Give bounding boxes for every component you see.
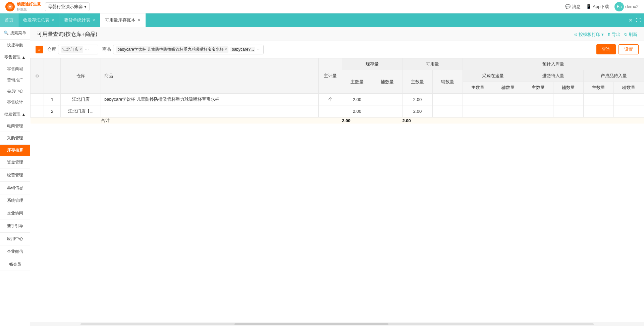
row1-warehouse: 江北门店 <box>61 94 101 105</box>
expand-icon[interactable]: ⛶ <box>636 17 641 23</box>
close-icon[interactable]: ✕ <box>138 18 141 22</box>
close-icon[interactable]: ✕ <box>51 18 54 22</box>
app-download-button[interactable]: 📱 App下载 <box>586 4 609 10</box>
total-incoming-aux <box>553 117 584 124</box>
sidebar: 🔍 搜索菜单 快捷导航 零售管理 ▲ 零售商城 营销推广 会员中心 零售统计 <box>0 27 30 326</box>
row1-unit: 个 <box>319 94 342 105</box>
settings-button[interactable]: 设置 <box>619 44 639 54</box>
bottom-scrollbar[interactable] <box>30 322 644 326</box>
sidebar-section-wholesale: 批发管理 ▲ 电商管理 <box>0 108 30 132</box>
col-stock-group-header: 现存量 <box>342 58 402 70</box>
sidebar-retail-title[interactable]: 零售管理 ▲ <box>0 51 30 63</box>
row1-purchase-aux <box>493 94 523 105</box>
page-title: 可用量查询(按仓库+商品) <box>37 31 97 38</box>
tab-shoufacun[interactable]: 收发存汇总表 ✕ <box>18 13 59 27</box>
col-incoming-group-header: 进货待入量 <box>523 70 584 82</box>
product-tag-1-remove[interactable]: × <box>225 47 227 52</box>
tenant-selector[interactable]: 母婴行业演示账套 ▾ <box>45 2 90 11</box>
sidebar-operations-title[interactable]: 经营管理 <box>0 169 30 181</box>
tab-actions: ✕ ⛶ <box>625 13 644 27</box>
total-production-aux <box>614 117 644 124</box>
sidebar-item-ecommerce[interactable]: 电商管理 <box>0 121 30 132</box>
table-row: 2 江北门店【... 2.00 2.00 <box>31 105 644 118</box>
col-stock-aux-header: 辅数量 <box>372 70 402 94</box>
warehouse-tag-remove[interactable]: × <box>79 47 82 52</box>
scroll-thumb[interactable] <box>234 323 388 325</box>
logo-icon <box>5 2 15 11</box>
nav-tabs: 首页 收发存汇总表 ✕ 要货单统计表 ✕ 可用量库存账本 ✕ ✕ ⛶ <box>0 13 644 27</box>
sidebar-quick-nav[interactable]: 快捷导航 <box>0 40 30 51</box>
retail-title-label: 零售管理 <box>4 54 20 60</box>
total-no <box>44 117 61 124</box>
message-button[interactable]: 💬 消息 <box>565 4 581 10</box>
sidebar-weixin-title[interactable]: 企业微信 <box>0 245 30 258</box>
weixin-title-label: 企业微信 <box>7 249 23 254</box>
row1-incoming-main <box>523 94 553 105</box>
sidebar-item-retail-stats[interactable]: 零售统计 <box>0 97 30 108</box>
sidebar-apps-title[interactable]: 应用中心 <box>0 233 30 245</box>
tab-keyongliang[interactable]: 可用量库存账本 ✕ <box>100 13 146 27</box>
sidebar-inventory-title[interactable]: 库存核算 <box>0 145 30 156</box>
total-stock-main: 2.00 <box>342 117 372 124</box>
arrow-icon: ▲ <box>22 112 26 117</box>
basics-title-label: 基础信息 <box>7 185 23 191</box>
warehouse-filter-input[interactable]: 江北门店 × ··· <box>58 45 98 54</box>
top-bar: 畅捷通好生意 标准版 母婴行业演示账套 ▾ 💬 消息 📱 App下载 Ea de… <box>0 0 644 13</box>
sidebar-purchase-title[interactable]: 采购管理 <box>0 132 30 144</box>
sidebar-item-marketing[interactable]: 营销推广 <box>0 75 30 86</box>
product-filter-label: 商品 <box>102 46 111 52</box>
export-label: 导出 <box>612 32 621 38</box>
sidebar-collab-title[interactable]: 企业协同 <box>0 207 30 220</box>
sidebar-section-basics: 基础信息 <box>0 182 30 194</box>
product-filter-group: 商品 babycare学饮杯 儿童防摔防撞吸管杯重力球吸嘴杯宝宝水杯 × bab… <box>102 45 264 54</box>
close-all-icon[interactable]: ✕ <box>629 17 633 23</box>
col-no-header <box>44 58 61 94</box>
export-button[interactable]: ⬆ 导出 <box>607 32 621 38</box>
phone-icon: 📱 <box>586 4 591 9</box>
row2-incoming-main <box>523 105 553 118</box>
avatar: Ea <box>614 2 624 11</box>
apps-title-label: 应用中心 <box>7 236 23 242</box>
total-stock-aux <box>372 117 402 124</box>
sidebar-wholesale-title[interactable]: 批发管理 ▲ <box>0 108 30 121</box>
row2-purchase-aux <box>493 105 523 118</box>
app-download-label: App下载 <box>593 4 609 10</box>
close-icon[interactable]: ✕ <box>92 18 95 22</box>
col-unit-header: 主计量 <box>319 58 342 94</box>
tab-keyongliang-label: 可用量库存账本 <box>105 17 136 23</box>
query-button[interactable]: 查询 <box>596 44 616 54</box>
product-filter-input[interactable]: babycare学饮杯 儿童防摔防撞吸管杯重力球吸嘴杯宝宝水杯 × babyca… <box>113 45 264 54</box>
print-button[interactable]: 🖨 按模板打印 ▾ <box>573 32 604 38</box>
logo-area: 畅捷通好生意 标准版 <box>5 1 41 12</box>
sidebar-section-member: 畅会员 <box>0 258 30 271</box>
col-purchase-main-header: 主数量 <box>463 82 493 94</box>
operations-title-label: 经营管理 <box>7 172 23 178</box>
tab-shoufacun-label: 收发存汇总表 <box>23 17 49 23</box>
tab-yaohuo[interactable]: 要货单统计表 ✕ <box>59 13 100 27</box>
refresh-button[interactable]: ↻ 刷新 <box>624 32 637 38</box>
sidebar-basics-title[interactable]: 基础信息 <box>0 182 30 194</box>
tab-yaohuo-label: 要货单统计表 <box>64 17 90 23</box>
sidebar-item-members[interactable]: 会员中心 <box>0 86 30 97</box>
sidebar-finance-title[interactable]: 资金管理 <box>0 156 30 169</box>
sidebar-system-title[interactable]: 系统管理 <box>0 194 30 207</box>
user-avatar-area[interactable]: Ea demo2 <box>614 2 639 11</box>
row2-available-main: 2.00 <box>402 105 433 118</box>
filter-expand-button[interactable]: » <box>36 46 43 53</box>
sidebar-newbie-title[interactable]: 新手引导 <box>0 220 30 232</box>
row1-product: babycare学饮杯 儿童防摔防撞吸管杯重力球吸嘴杯宝宝水杯 <box>101 94 319 105</box>
tab-home[interactable]: 首页 <box>0 13 18 27</box>
col-production-group-header: 产成品待入量 <box>584 70 644 82</box>
row2-no: 2 <box>44 105 61 118</box>
total-available-main: 2.00 <box>402 117 433 124</box>
col-available-aux-header: 辅数量 <box>433 70 463 94</box>
page-actions: 🖨 按模板打印 ▾ ⬆ 导出 ↻ 刷新 <box>573 32 637 38</box>
inventory-title-label: 库存核算 <box>7 147 23 153</box>
main-layout: 🔍 搜索菜单 快捷导航 零售管理 ▲ 零售商城 营销推广 会员中心 零售统计 <box>0 27 644 326</box>
sidebar-member-title[interactable]: 畅会员 <box>0 258 30 271</box>
data-table: ⚙ 仓库 商品 主计量 现存量 可用量 预计入库量 主数量 辅数量 主数量 <box>30 58 644 124</box>
sidebar-search[interactable]: 🔍 搜索菜单 <box>0 27 30 40</box>
table-settings-icon[interactable]: ⚙ <box>35 74 39 79</box>
sidebar-item-retail-mall[interactable]: 零售商城 <box>0 63 30 75</box>
row2-available-aux <box>433 105 463 118</box>
